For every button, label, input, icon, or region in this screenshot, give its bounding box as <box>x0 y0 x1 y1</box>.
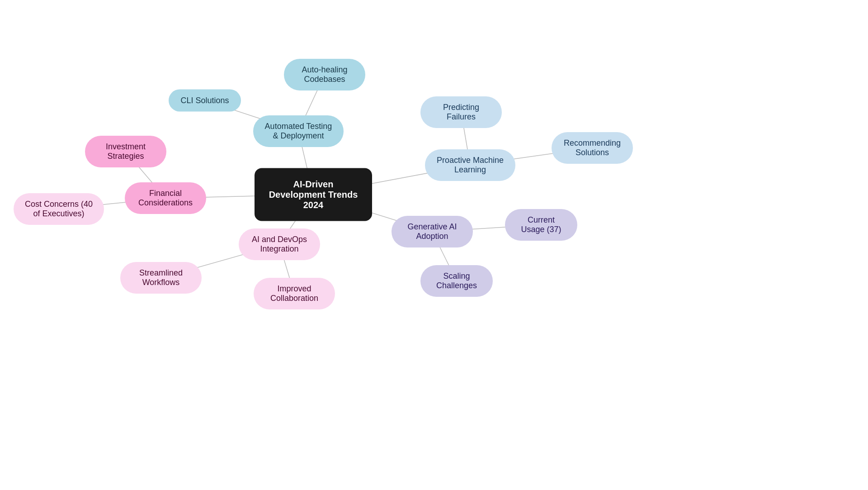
node-center[interactable]: AI-Driven Development Trends 2024 <box>255 168 372 221</box>
node-investment_strategies[interactable]: Investment Strategies <box>85 136 166 167</box>
node-label-devops_integration: AI and DevOps Integration <box>249 235 310 254</box>
node-current_usage[interactable]: Current Usage (37) <box>505 209 577 241</box>
node-label-center: AI-Driven Development Trends 2024 <box>267 179 359 210</box>
node-recommending_solutions[interactable]: Recommending Solutions <box>552 132 633 164</box>
node-label-predicting_failures: Predicting Failures <box>430 103 492 122</box>
node-scaling_challenges[interactable]: Scaling Challenges <box>420 265 493 297</box>
node-label-financial_considerations: Financial Considerations <box>135 189 196 208</box>
node-devops_integration[interactable]: AI and DevOps Integration <box>239 228 320 260</box>
node-improved_collaboration[interactable]: Improved Collaboration <box>254 278 335 309</box>
node-label-cli_solutions: CLI Solutions <box>180 96 229 105</box>
node-label-scaling_challenges: Scaling Challenges <box>430 271 483 290</box>
node-predicting_failures[interactable]: Predicting Failures <box>420 96 502 128</box>
node-label-automated_testing: Automated Testing & Deployment <box>263 122 334 141</box>
node-generative_ai[interactable]: Generative AI Adoption <box>392 216 473 247</box>
node-label-recommending_solutions: Recommending Solutions <box>561 138 623 157</box>
node-label-current_usage: Current Usage (37) <box>515 215 567 234</box>
node-automated_testing[interactable]: Automated Testing & Deployment <box>253 115 344 147</box>
node-label-auto_healing: Auto-healing Codebases <box>294 65 355 84</box>
node-streamlined_workflows[interactable]: Streamlined Workflows <box>120 262 202 294</box>
node-financial_considerations[interactable]: Financial Considerations <box>125 182 206 214</box>
node-proactive_ml[interactable]: Proactive Machine Learning <box>425 149 515 181</box>
node-label-investment_strategies: Investment Strategies <box>95 142 156 161</box>
node-cli_solutions[interactable]: CLI Solutions <box>169 90 241 112</box>
node-auto_healing[interactable]: Auto-healing Codebases <box>284 59 365 90</box>
node-label-cost_concerns: Cost Concerns (40 of Executives) <box>24 200 94 219</box>
node-label-improved_collaboration: Improved Collaboration <box>264 284 325 303</box>
node-cost_concerns[interactable]: Cost Concerns (40 of Executives) <box>14 193 104 225</box>
node-label-generative_ai: Generative AI Adoption <box>401 222 463 241</box>
node-label-proactive_ml: Proactive Machine Learning <box>435 156 505 175</box>
node-label-streamlined_workflows: Streamlined Workflows <box>130 268 192 287</box>
